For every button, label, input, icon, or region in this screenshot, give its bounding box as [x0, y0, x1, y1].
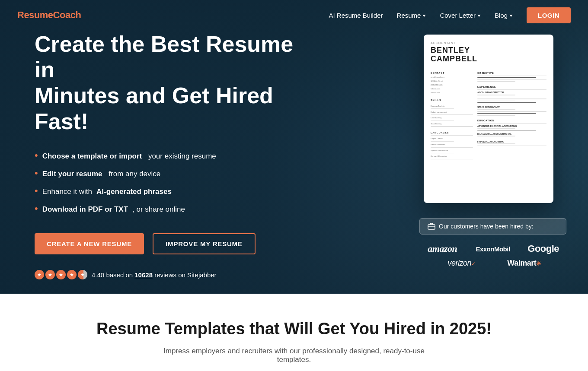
companies-row-2: verizon✓ Walmart✳ — [419, 259, 566, 268]
customers-panel: Our customers have been hired by: amazon… — [419, 218, 566, 268]
site-logo[interactable]: ResumeCoach — [17, 10, 81, 21]
nav-item-cover-letter[interactable]: Cover Letter — [440, 12, 481, 19]
hero-cta-row: CREATE A NEW RESUME IMPROVE MY RESUME — [35, 233, 303, 254]
improve-resume-button[interactable]: IMPROVE MY RESUME — [153, 233, 256, 254]
rating-text: 4.40 based on 10628 reviews on Sitejabbe… — [92, 271, 217, 279]
nav-link-ai-builder[interactable]: AI Resume Builder — [329, 12, 383, 19]
star-2: ★ — [45, 270, 55, 279]
rating-count-link[interactable]: 10628 — [134, 271, 153, 279]
resume-divider — [431, 68, 546, 68]
company-google: Google — [527, 243, 559, 254]
companies-row-1: amazon ExxonMobil Google — [419, 243, 566, 254]
resume-body: CONTACT email@gmail.com 123 Main Street … — [431, 72, 546, 161]
hero-title: Create the Best Resume in Minutes and Ge… — [35, 32, 303, 135]
resume-right-col: OBJECTIVE EXPERIENCE ACCOUNTING DIRECTOR… — [477, 72, 546, 161]
hero-bullet-1: Choose a template or import your existin… — [35, 148, 303, 163]
hero-content: Create the Best Resume in Minutes and Ge… — [0, 32, 337, 280]
star-4: ★ — [67, 270, 77, 279]
hero-bullet-2: Edit your resume from any device — [35, 165, 303, 181]
templates-title: Resume Templates that Will Get You Hired… — [35, 320, 553, 338]
nav-item-blog[interactable]: Blog — [495, 12, 513, 19]
star-3: ★ — [56, 270, 66, 279]
templates-section: Resume Templates that Will Get You Hired… — [0, 294, 588, 371]
resume-job-title: ACCOUNTANT — [431, 41, 546, 44]
logo-resume: Resume — [17, 10, 53, 20]
nav-links: AI Resume Builder Resume Cover Letter Bl… — [329, 12, 513, 19]
nav-right: AI Resume Builder Resume Cover Letter Bl… — [329, 7, 571, 23]
logo-coach: Coach — [53, 10, 81, 20]
customers-badge: Our customers have been hired by: — [419, 218, 566, 235]
hero-bullet-4: Download in PDF or TXT, or share online — [35, 201, 303, 216]
nav-link-resume[interactable]: Resume — [397, 12, 426, 19]
hero-section: Create the Best Resume in Minutes and Ge… — [0, 0, 588, 294]
hero-bullet-3: Enhance it with AI-generated phrases — [35, 183, 303, 198]
star-1: ★ — [35, 270, 44, 279]
rating-row: ★ ★ ★ ★ ★ 4.40 based on 10628 reviews on… — [35, 270, 303, 279]
login-button[interactable]: LOGIN — [527, 7, 571, 23]
company-amazon: amazon — [428, 243, 457, 254]
chevron-down-icon — [509, 15, 513, 17]
company-exxon: ExxonMobil — [476, 245, 510, 253]
star-5-half: ★ — [78, 270, 87, 279]
company-walmart: Walmart✳ — [507, 259, 541, 268]
briefcase-icon — [428, 223, 435, 230]
resume-left-col: CONTACT email@gmail.com 123 Main Street … — [431, 72, 473, 161]
templates-subtitle: Impress employers and recruiters with ou… — [147, 347, 441, 364]
navbar: ResumeCoach AI Resume Builder Resume Cov… — [0, 0, 588, 30]
nav-item-ai-builder[interactable]: AI Resume Builder — [329, 12, 383, 19]
nav-item-resume[interactable]: Resume — [397, 12, 426, 19]
star-rating: ★ ★ ★ ★ ★ — [35, 270, 87, 279]
hero-bullets: Choose a template or import your existin… — [35, 148, 303, 216]
chevron-down-icon — [477, 15, 481, 17]
create-resume-button[interactable]: CREATE A NEW RESUME — [35, 233, 144, 254]
customers-badge-text: Our customers have been hired by: — [439, 223, 534, 230]
chevron-down-icon — [422, 15, 426, 17]
nav-link-blog[interactable]: Blog — [495, 12, 513, 19]
company-verizon: verizon✓ — [447, 259, 475, 268]
resume-name: BENTLEY CAMPBELL — [431, 46, 546, 63]
nav-link-cover-letter[interactable]: Cover Letter — [440, 12, 481, 19]
resume-preview-card: ACCOUNTANT BENTLEY CAMPBELL CONTACT emai… — [424, 35, 553, 203]
